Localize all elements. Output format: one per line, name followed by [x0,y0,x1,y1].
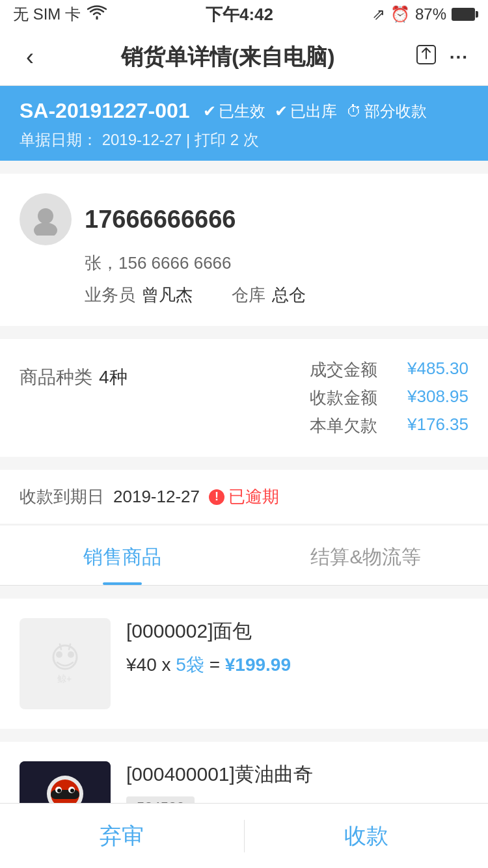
sales-label: 业务员 [85,284,135,306]
type-label: 商品种类 [20,365,92,390]
product-info-1: [0000002]面包 ¥40 x 5袋 = ¥199.99 [126,618,468,677]
status-left: 无 SIM 卡 [13,4,107,25]
date-label: 单据日期： [20,131,98,148]
warehouse-item: 仓库 总仓 [232,284,306,306]
warehouse-name: 总仓 [272,284,306,306]
status-bar: 无 SIM 卡 下午4:42 ⇗ ⏰ 87% [0,0,488,29]
status-tags: ✔ 已生效 ✔ 已出库 ⏱ 部分收款 [203,101,427,122]
header-banner: SA-20191227-001 ✔ 已生效 ✔ 已出库 ⏱ 部分收款 单据日期：… [0,86,488,161]
battery-text: 87% [415,5,446,23]
svg-point-5 [56,651,62,658]
tab-sales-products[interactable]: 销售商品 [0,526,244,585]
bottom-bar: 弃审 收款 [0,803,488,868]
share-button[interactable] [416,44,437,70]
deal-label: 成交金额 [310,359,377,381]
type-count: 4种 [99,365,128,390]
product-price-1: ¥40 x 5袋 = ¥199.99 [126,653,468,677]
back-button[interactable]: ‹ [20,37,40,77]
svg-point-3 [34,223,57,236]
status-right: ⇗ ⏰ 87% [372,5,475,23]
warehouse-label: 仓库 [232,284,265,306]
price-total-1: ¥199.99 [225,655,291,675]
tab-settlement[interactable]: 结算&物流等 [244,526,488,585]
status-tag-shipped: ✔ 已出库 [275,101,337,122]
price-eq-1: = [210,655,225,675]
banner-row1: SA-20191227-001 ✔ 已生效 ✔ 已出库 ⏱ 部分收款 [20,99,468,123]
customer-section: 17666666666 张，156 6666 6666 业务员 曾凡杰 仓库 总… [0,174,488,326]
status-tag-effective: ✔ 已生效 [203,101,265,122]
banner-date-row: 单据日期： 2019-12-27 | 打印 2 次 [20,129,468,150]
due-date-value: 2019-12-27 [113,487,200,507]
more-button[interactable]: ··· [450,47,468,68]
sales-item: 业务员 曾凡杰 [85,284,193,306]
reject-button[interactable]: 弃审 [0,808,244,864]
print-info: | 打印 2 次 [186,131,259,148]
clock-icon: ⏱ [346,102,362,120]
received-amount-row: 收款金额 ¥308.95 [310,387,468,409]
svg-point-6 [68,651,74,658]
stats-row: 商品种类 4种 成交金额 ¥485.30 收款金额 ¥308.95 本单欠款 ¥… [20,359,468,437]
overdue-text: 已逾期 [228,485,279,508]
page-title: 销货单详情(来自电脑) [121,42,335,72]
carrier-text: 无 SIM 卡 [13,4,81,25]
svg-point-14 [57,789,61,793]
product-name-1: [0000002]面包 [126,618,468,645]
customer-phone: 17666666666 [85,206,236,234]
customer-avatar [20,193,72,245]
customer-row: 17666666666 [20,193,468,245]
deal-amount-row: 成交金额 ¥485.30 [310,359,468,381]
nav-actions: ··· [416,44,468,70]
price-qty-1: 5袋 [176,655,204,675]
check-icon-1: ✔ [203,102,216,120]
sales-name: 曾凡杰 [142,284,193,306]
due-label: 收款到期日 [20,485,104,508]
location-icon: ⇗ [372,5,385,23]
deal-value: ¥485.30 [390,359,468,381]
alarm-icon: ⏰ [390,5,410,23]
product-name-2: [000400001]黄油曲奇 [126,761,468,788]
overdue-icon: ! [209,489,224,505]
customer-name: 张，156 6666 6666 [85,252,468,275]
received-value: ¥308.95 [390,387,468,409]
received-label: 收款金额 [310,387,377,409]
list-item: 鲸+ [0000002]面包 ¥40 x 5袋 = ¥199.99 [0,599,488,729]
check-icon-2: ✔ [275,102,288,120]
debt-amount-row: 本单欠款 ¥176.35 [310,414,468,437]
tabs: 销售商品 结算&物流等 [0,526,488,586]
customer-meta: 业务员 曾凡杰 仓库 总仓 [85,284,468,306]
stats-section: 商品种类 4种 成交金额 ¥485.30 收款金额 ¥308.95 本单欠款 ¥… [0,339,488,457]
due-date-section: 收款到期日 2019-12-27 ! 已逾期 [0,470,488,524]
battery-icon [452,8,475,21]
debt-value: ¥176.35 [390,414,468,437]
svg-point-15 [70,789,74,793]
collect-payment-button[interactable]: 收款 [245,808,489,864]
product-image-1: 鲸+ [20,618,111,709]
order-id: SA-20191227-001 [20,99,190,123]
svg-text:鲸+: 鲸+ [57,673,72,684]
price-x-1: x [162,655,176,675]
svg-point-2 [38,208,53,224]
svg-rect-11 [51,790,79,799]
status-time: 下午4:42 [206,3,273,26]
stats-left: 商品种类 4种 [20,365,128,390]
stats-right: 成交金额 ¥485.30 收款金额 ¥308.95 本单欠款 ¥176.35 [310,359,468,437]
overdue-badge: ! 已逾期 [209,485,279,508]
nav-bar: ‹ 销货单详情(来自电脑) ··· [0,29,488,86]
wifi-icon [87,5,107,23]
order-date: 2019-12-27 [102,131,182,148]
debt-label: 本单欠款 [310,414,377,437]
status-tag-partial: ⏱ 部分收款 [346,101,427,122]
price-base-1: ¥40 [126,655,157,675]
